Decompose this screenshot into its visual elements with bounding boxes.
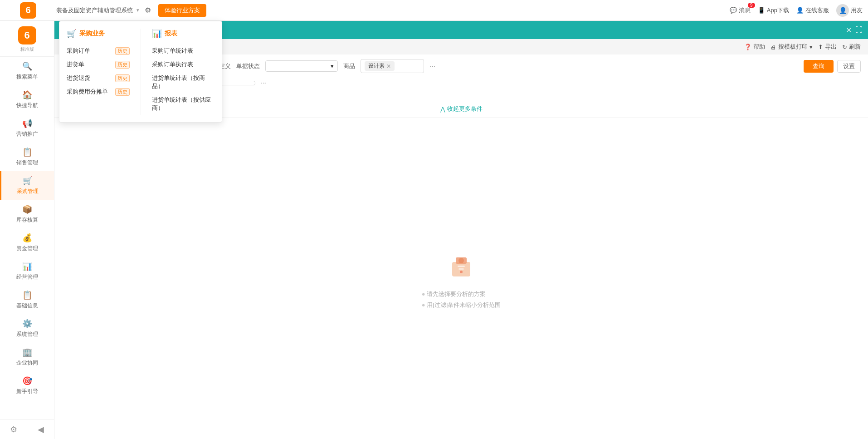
goods-select[interactable]: 设计素 ✕ <box>361 59 424 73</box>
settings-icon[interactable]: ⚙ <box>145 6 151 15</box>
sidebar-item-quick-nav[interactable]: 🏠 快捷导航 <box>0 85 54 114</box>
tab-close-icon[interactable]: ✕ <box>846 26 852 35</box>
goods-more-btn[interactable]: ··· <box>429 62 435 70</box>
dropdown-report-col: 📊 报表 采购订单统计表 采购订单执行表 进货单统计表（按商品） 进货单统计表（… <box>152 29 215 115</box>
finance-icon: 💰 <box>22 233 32 243</box>
logo-area: 6 <box>5 2 51 19</box>
bill-status-label: 单据状态 <box>236 62 260 70</box>
online-service-btn[interactable]: 👤 在线客服 <box>796 6 829 15</box>
empty-state: 请先选择要分析的方案 用[过滤]条件来缩小分析范围 <box>54 118 868 439</box>
purchase-header-icon: 🛒 <box>67 29 77 39</box>
search-icon: 🔍 <box>22 61 32 71</box>
service-icon: 👤 <box>796 7 804 14</box>
export-btn[interactable]: ⬆ 导出 <box>818 43 837 51</box>
sidebar-item-marketing[interactable]: 📢 营销推广 <box>0 114 54 143</box>
help-icon: ❓ <box>744 44 751 50</box>
sales-icon: 📋 <box>22 147 32 157</box>
purchase-dropdown-menu: 🛒 采购业务 采购订单 历史 进货单 历史 进货退货 历史 采购费用分摊单 历史 <box>59 21 222 123</box>
dropdown-item-stock-return[interactable]: 进货退货 历史 <box>67 71 130 85</box>
salesperson-more-btn[interactable]: ··· <box>261 79 267 87</box>
dropdown-item-stock-in-stats-goods[interactable]: 进货单统计表（按商品） <box>152 71 215 93</box>
history-badge-purchase-cost[interactable]: 历史 <box>115 88 130 96</box>
messages-btn[interactable]: 💬 消息 9 <box>730 6 751 15</box>
history-badge-stock-in[interactable]: 历史 <box>115 61 130 69</box>
goods-tag-close[interactable]: ✕ <box>386 63 391 69</box>
sidebar-bottom: ⚙ ◀ <box>0 419 54 439</box>
enterprise-icon: 🏢 <box>22 347 32 357</box>
refresh-btn[interactable]: ↻ 刷新 <box>842 43 861 51</box>
user-area[interactable]: 👤 用友 <box>836 4 863 17</box>
svg-rect-3 <box>458 266 465 267</box>
dropdown-item-purchase-order-exec[interactable]: 采购订单执行表 <box>152 58 215 71</box>
tab-fullscreen-icon[interactable]: ⛶ <box>855 26 863 34</box>
dropdown-purchase-header: 🛒 采购业务 <box>67 29 130 39</box>
sidebar-item-operations[interactable]: 📊 经营管理 <box>0 257 54 286</box>
report-header-icon: 📊 <box>152 29 162 39</box>
sidebar-label-inventory: 库存核算 <box>16 216 38 224</box>
sidebar-item-enterprise[interactable]: 🏢 企业协同 <box>0 343 54 371</box>
dropdown-item-stock-in[interactable]: 进货单 历史 <box>67 58 130 71</box>
print-icon: 🖨 <box>770 44 776 50</box>
sidebar-item-finance[interactable]: 💰 资金管理 <box>0 228 54 257</box>
dropdown-divider <box>141 29 141 115</box>
history-badge-purchase-order[interactable]: 历史 <box>115 47 130 55</box>
sidebar-item-inventory[interactable]: 📦 库存核算 <box>0 200 54 228</box>
marketing-icon: 📢 <box>22 118 32 128</box>
bill-status-select[interactable]: ▾ <box>265 60 338 72</box>
guide-icon: 🎯 <box>22 376 32 386</box>
goods-label: 商品 <box>343 62 355 70</box>
empty-illustration <box>443 248 479 285</box>
app-container: 6 装备及固定资产辅助管理系统 ▾ ⚙ 体验行业方案 💬 消息 9 📱 App下… <box>0 0 868 439</box>
system-icon: ⚙️ <box>22 319 32 329</box>
sidebar-nav: 🔍 搜索菜单 🏠 快捷导航 📢 营销推广 📋 销售管理 🛒 采购管 <box>0 57 54 419</box>
app-download-btn[interactable]: 📱 App下载 <box>758 6 789 15</box>
sidebar-collapse-btn[interactable]: ◀ <box>38 424 44 434</box>
sidebar-logo-icon: 6 <box>18 26 36 44</box>
print-btn[interactable]: 🖨 按模板打印 ▾ <box>770 43 813 51</box>
export-icon: ⬆ <box>818 44 823 50</box>
svg-point-5 <box>460 271 463 273</box>
dropdown-item-stock-in-stats-supplier[interactable]: 进货单统计表（按供应商） <box>152 93 215 115</box>
sidebar-label-search: 搜索菜单 <box>16 73 38 81</box>
sidebar-label-enterprise: 企业协同 <box>16 359 38 367</box>
help-btn[interactable]: ❓ 帮助 <box>744 43 765 51</box>
sidebar-logo: 6 标准版 <box>0 21 54 57</box>
sidebar-settings-btn[interactable]: ⚙ <box>10 424 17 434</box>
refresh-icon: ↻ <box>842 44 847 50</box>
top-bar: 6 装备及固定资产辅助管理系统 ▾ ⚙ 体验行业方案 💬 消息 9 📱 App下… <box>0 0 868 21</box>
sidebar-label-finance: 资金管理 <box>16 245 38 252</box>
user-avatar: 👤 <box>836 4 849 17</box>
sidebar-item-basic-info[interactable]: 📋 基础信息 <box>0 286 54 314</box>
operations-icon: 📊 <box>22 261 32 271</box>
svg-point-2 <box>458 258 464 263</box>
print-dropdown-icon: ▾ <box>809 44 813 50</box>
history-badge-stock-return[interactable]: 历史 <box>115 74 130 82</box>
dropdown-item-purchase-order-stats[interactable]: 采购订单统计表 <box>152 44 215 58</box>
basic-info-icon: 📋 <box>22 290 32 300</box>
home-icon: 🏠 <box>22 90 32 100</box>
sidebar-item-search[interactable]: 🔍 搜索菜单 <box>0 57 54 85</box>
settings-btn[interactable]: 设置 <box>837 60 861 73</box>
app-logo-icon: 6 <box>20 2 36 19</box>
sidebar-item-sales[interactable]: 📋 销售管理 <box>0 143 54 171</box>
dropdown-report-header: 📊 报表 <box>152 29 215 39</box>
svg-rect-4 <box>458 268 464 270</box>
bill-status-arrow: ▾ <box>331 63 334 69</box>
dropdown-item-purchase-cost[interactable]: 采购费用分摊单 历史 <box>67 85 130 99</box>
title-dropdown-arrow[interactable]: ▾ <box>137 7 139 13</box>
sidebar-item-system[interactable]: ⚙️ 系统管理 <box>0 314 54 343</box>
empty-tips: 请先选择要分析的方案 用[过滤]条件来缩小分析范围 <box>422 290 501 309</box>
top-bar-right: 💬 消息 9 📱 App下载 👤 在线客服 👤 用友 <box>730 4 863 17</box>
sidebar-item-purchase[interactable]: 🛒 采购管理 <box>0 171 54 200</box>
sidebar-item-guide[interactable]: 🎯 新手引导 <box>0 371 54 400</box>
sidebar-label-quick-nav: 快捷导航 <box>16 102 38 109</box>
empty-tip-1: 请先选择要分析的方案 <box>422 290 501 298</box>
sidebar-logo-label: 标准版 <box>20 46 34 53</box>
dropdown-purchase-col: 🛒 采购业务 采购订单 历史 进货单 历史 进货退货 历史 采购费用分摊单 历史 <box>67 29 130 115</box>
dropdown-item-purchase-order[interactable]: 采购订单 历史 <box>67 44 130 58</box>
messages-badge: 9 <box>748 3 755 8</box>
sidebar-label-basic-info: 基础信息 <box>16 302 38 310</box>
industry-btn[interactable]: 体验行业方案 <box>158 4 206 17</box>
collapse-btn[interactable]: ⋀ 收起更多条件 <box>440 105 483 113</box>
query-btn[interactable]: 查询 <box>804 60 834 73</box>
